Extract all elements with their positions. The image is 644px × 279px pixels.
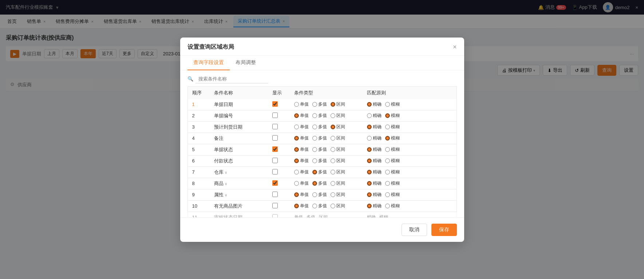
row-7-match-exact-radio[interactable] bbox=[367, 170, 372, 174]
row-4-type-multi-radio[interactable] bbox=[312, 136, 317, 141]
row-8-match-fuzzy-label[interactable]: 模糊 bbox=[385, 180, 400, 186]
row-3-display-checkbox[interactable] bbox=[272, 124, 278, 129]
row-2-type-single-label[interactable]: 单值 bbox=[294, 113, 309, 119]
row-4-type-range-radio[interactable] bbox=[331, 136, 335, 141]
search-input[interactable] bbox=[195, 75, 268, 83]
row-9-type-multi-radio[interactable] bbox=[312, 192, 317, 197]
row-10-type-single-label[interactable]: 单值 bbox=[294, 203, 309, 209]
row-10-match-fuzzy-label[interactable]: 模糊 bbox=[385, 203, 400, 209]
dialog-close-button[interactable]: × bbox=[453, 44, 457, 50]
row-2-match-fuzzy-radio[interactable] bbox=[385, 113, 390, 118]
row-1-type-single-label[interactable]: 单值 bbox=[294, 101, 309, 107]
row-7-match-fuzzy-radio[interactable] bbox=[385, 170, 390, 174]
row-4-match-exact-radio[interactable] bbox=[367, 136, 372, 141]
row-7-match-fuzzy-label[interactable]: 模糊 bbox=[385, 169, 400, 175]
row-8-match-exact-label[interactable]: 精确 bbox=[367, 180, 382, 186]
row-2-type-range-label[interactable]: 区间 bbox=[331, 113, 345, 119]
row-5-match-fuzzy-radio[interactable] bbox=[385, 147, 390, 152]
row-2-type-multi-label[interactable]: 多值 bbox=[312, 113, 327, 119]
save-button[interactable]: 保存 bbox=[431, 224, 457, 236]
row-4-match-fuzzy-label[interactable]: 模糊 bbox=[385, 135, 400, 141]
row-5-type-multi-label[interactable]: 多值 bbox=[312, 146, 327, 153]
row-5-type-single-label[interactable]: 单值 bbox=[294, 146, 309, 153]
row-4-type-range-label[interactable]: 区间 bbox=[331, 135, 345, 141]
row-3-match-fuzzy-label[interactable]: 模糊 bbox=[385, 124, 400, 130]
dialog-tab-query-fields[interactable]: 查询字段设置 bbox=[187, 56, 230, 70]
row-9-type-range-radio[interactable] bbox=[331, 192, 335, 197]
row-6-type-multi-radio[interactable] bbox=[312, 158, 317, 163]
row-1-display-checkbox[interactable] bbox=[272, 101, 278, 107]
row-8-type-multi-label[interactable]: 多值 bbox=[312, 180, 327, 186]
row-5-display-checkbox[interactable] bbox=[272, 146, 278, 152]
row-6-type-single-label[interactable]: 单值 bbox=[294, 158, 309, 164]
row-7-type-range-radio[interactable] bbox=[331, 170, 335, 174]
row-1-match-exact-radio[interactable] bbox=[367, 102, 372, 107]
row-8-type-range-radio[interactable] bbox=[331, 181, 335, 186]
row-6-type-range-radio[interactable] bbox=[331, 158, 335, 163]
row-8-match-exact-radio[interactable] bbox=[367, 181, 372, 186]
row-4-type-single-label[interactable]: 单值 bbox=[294, 135, 309, 141]
row-9-type-single-radio[interactable] bbox=[294, 192, 299, 197]
row-7-type-range-label[interactable]: 区间 bbox=[331, 169, 345, 175]
row-5-match-fuzzy-label[interactable]: 模糊 bbox=[385, 146, 400, 153]
row-1-type-single-radio[interactable] bbox=[294, 102, 299, 107]
row-3-match-exact-label[interactable]: 精确 bbox=[367, 124, 382, 130]
row-2-match-exact-radio[interactable] bbox=[367, 113, 372, 118]
row-8-display-checkbox[interactable] bbox=[272, 180, 278, 186]
row-8-type-multi-radio[interactable] bbox=[312, 181, 317, 186]
row-6-match-fuzzy-radio[interactable] bbox=[385, 158, 390, 163]
row-3-type-multi-radio[interactable] bbox=[312, 125, 317, 129]
row-7-type-multi-label[interactable]: 多值 bbox=[312, 169, 327, 175]
row-6-match-fuzzy-label[interactable]: 模糊 bbox=[385, 158, 400, 164]
row-2-type-single-radio[interactable] bbox=[294, 113, 299, 118]
row-3-match-exact-radio[interactable] bbox=[367, 125, 372, 129]
dialog-tab-layout[interactable]: 布局调整 bbox=[230, 56, 262, 70]
row-2-type-multi-radio[interactable] bbox=[312, 113, 317, 118]
row-4-type-multi-label[interactable]: 多值 bbox=[312, 135, 327, 141]
row-5-match-exact-label[interactable]: 精确 bbox=[367, 146, 382, 153]
row-7-type-single-label[interactable]: 单值 bbox=[294, 169, 309, 175]
row-5-type-range-label[interactable]: 区间 bbox=[331, 146, 345, 153]
row-5-match-exact-radio[interactable] bbox=[367, 147, 372, 152]
row-9-match-fuzzy-label[interactable]: 模糊 bbox=[385, 192, 400, 198]
row-3-match-fuzzy-radio[interactable] bbox=[385, 125, 390, 129]
row-10-match-exact-radio[interactable] bbox=[367, 204, 372, 208]
row-9-type-single-label[interactable]: 单值 bbox=[294, 192, 309, 198]
row-10-display-checkbox[interactable] bbox=[272, 203, 278, 208]
row-7-type-single-radio[interactable] bbox=[294, 170, 299, 174]
row-7-match-exact-label[interactable]: 精确 bbox=[367, 169, 382, 175]
row-6-display-checkbox[interactable] bbox=[272, 158, 278, 163]
row-10-type-single-radio[interactable] bbox=[294, 204, 299, 208]
row-9-match-exact-label[interactable]: 精确 bbox=[367, 192, 382, 198]
row-5-type-single-radio[interactable] bbox=[294, 147, 299, 152]
row-2-match-fuzzy-label[interactable]: 模糊 bbox=[385, 113, 400, 119]
row-6-type-single-radio[interactable] bbox=[294, 158, 299, 163]
row-10-type-range-radio[interactable] bbox=[331, 204, 335, 208]
row-1-match-fuzzy-label[interactable]: 模糊 bbox=[385, 101, 400, 107]
row-8-type-range-label[interactable]: 区间 bbox=[331, 180, 345, 186]
row-4-display-checkbox[interactable] bbox=[272, 135, 278, 141]
row-9-display-checkbox[interactable] bbox=[272, 192, 278, 197]
row-8-type-single-radio[interactable] bbox=[294, 181, 299, 186]
row-1-match-exact-label[interactable]: 精确 bbox=[367, 101, 382, 107]
row-1-type-multi-radio[interactable] bbox=[312, 102, 317, 107]
row-10-match-fuzzy-radio[interactable] bbox=[385, 204, 390, 208]
row-3-type-single-radio[interactable] bbox=[294, 125, 299, 129]
row-3-type-single-label[interactable]: 单值 bbox=[294, 124, 309, 130]
row-3-type-multi-label[interactable]: 多值 bbox=[312, 124, 327, 130]
row-1-type-range-radio[interactable] bbox=[331, 102, 335, 107]
row-9-match-fuzzy-radio[interactable] bbox=[385, 192, 390, 197]
row-10-type-multi-radio[interactable] bbox=[312, 204, 317, 208]
row-5-type-multi-radio[interactable] bbox=[312, 147, 317, 152]
row-1-type-multi-label[interactable]: 多值 bbox=[312, 101, 327, 107]
row-6-match-exact-radio[interactable] bbox=[367, 158, 372, 163]
row-10-type-multi-label[interactable]: 多值 bbox=[312, 203, 327, 209]
row-8-match-fuzzy-radio[interactable] bbox=[385, 181, 390, 186]
row-1-type-range-label[interactable]: 区间 bbox=[331, 101, 345, 107]
cancel-button[interactable]: 取消 bbox=[402, 224, 427, 236]
row-3-type-range-label[interactable]: 区间 bbox=[331, 124, 345, 130]
row-1-match-fuzzy-radio[interactable] bbox=[385, 102, 390, 107]
row-6-type-range-label[interactable]: 区间 bbox=[331, 158, 345, 164]
row-8-type-single-label[interactable]: 单值 bbox=[294, 180, 309, 186]
row-4-type-single-radio[interactable] bbox=[294, 136, 299, 141]
